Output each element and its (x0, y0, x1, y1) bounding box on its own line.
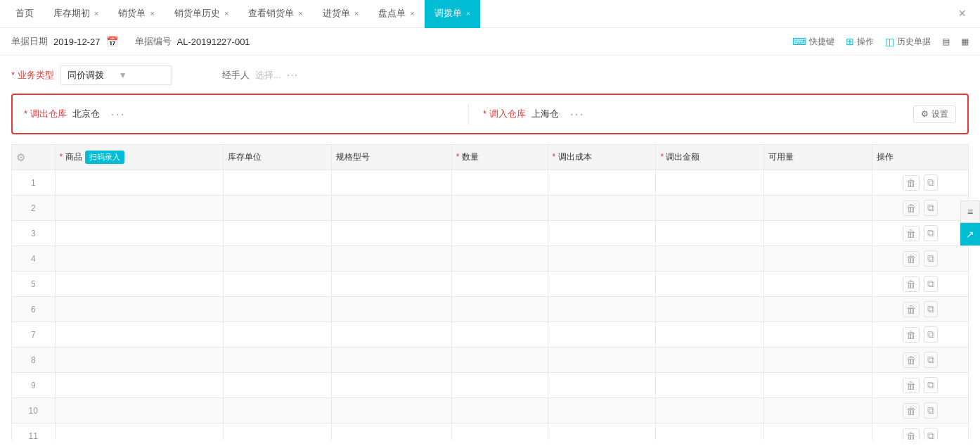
window-close-button[interactable]: × (950, 6, 974, 21)
row-product-1[interactable] (55, 170, 223, 196)
row-available-2[interactable] (764, 196, 872, 221)
history-action[interactable]: ◫ 历史单据 (885, 36, 931, 48)
row-available-8[interactable] (764, 348, 872, 373)
copy-icon-10[interactable]: ⧉ (924, 402, 938, 419)
tab-transfer[interactable]: 调拨单 × (425, 0, 480, 28)
row-product-9[interactable] (55, 373, 223, 398)
row-unit-8[interactable] (223, 348, 331, 373)
row-product-4[interactable] (55, 246, 223, 272)
row-qty-9[interactable] (451, 373, 548, 398)
row-qty-2[interactable] (451, 196, 548, 221)
delete-icon-6[interactable]: 🗑 (903, 302, 920, 317)
row-cost-3[interactable] (548, 221, 656, 246)
row-available-1[interactable] (764, 170, 872, 196)
handler-input[interactable]: 选择... (255, 69, 281, 82)
tab-view-sales-close[interactable]: × (298, 9, 302, 18)
row-qty-1[interactable] (451, 170, 548, 196)
row-amount-7[interactable] (656, 322, 764, 348)
copy-icon-1[interactable]: ⧉ (924, 174, 938, 191)
row-available-11[interactable] (764, 423, 872, 440)
delete-icon-2[interactable]: 🗑 (903, 200, 920, 216)
row-qty-10[interactable] (451, 398, 548, 423)
row-product-8[interactable] (55, 348, 223, 373)
row-product-11[interactable] (55, 423, 223, 440)
row-available-6[interactable] (764, 297, 872, 322)
row-available-3[interactable] (764, 221, 872, 246)
tab-purchase[interactable]: 进货单 × (313, 0, 368, 28)
delete-icon-3[interactable]: 🗑 (903, 226, 920, 241)
row-cost-2[interactable] (548, 196, 656, 221)
tab-homepage[interactable]: 首页 (6, 0, 44, 28)
row-product-5[interactable] (55, 272, 223, 297)
row-amount-1[interactable] (656, 170, 764, 196)
delete-icon-11[interactable]: 🗑 (903, 428, 920, 440)
float-list-button[interactable]: ≡ (960, 200, 980, 223)
tab-inventory-check-close[interactable]: × (410, 9, 414, 18)
row-amount-4[interactable] (656, 246, 764, 272)
delete-icon-10[interactable]: 🗑 (903, 403, 920, 419)
table-container[interactable]: ⚙ 商品扫码录入 库存单位 规格型号 数量 调出成本 调出金额 可用量 操作 1 (11, 144, 969, 440)
row-product-7[interactable] (55, 322, 223, 348)
tab-sales-history[interactable]: 销货单历史 × (165, 0, 238, 28)
warehouse-in-more-icon[interactable]: ··· (570, 107, 585, 122)
row-qty-4[interactable] (451, 246, 548, 272)
copy-icon-4[interactable]: ⧉ (924, 250, 938, 267)
tab-sales-order-close[interactable]: × (150, 9, 154, 18)
tab-view-sales[interactable]: 查看销货单 × (238, 0, 312, 28)
tab-sales-order[interactable]: 销货单 × (108, 0, 164, 28)
row-cost-5[interactable] (548, 272, 656, 297)
operations-action[interactable]: ⊞ 操作 (846, 36, 874, 48)
row-product-6[interactable] (55, 297, 223, 322)
row-spec-3[interactable] (331, 221, 451, 246)
delete-icon-5[interactable]: 🗑 (903, 276, 920, 292)
delete-icon-9[interactable]: 🗑 (903, 378, 920, 393)
calendar-icon[interactable]: 📅 (106, 36, 118, 47)
business-type-select[interactable]: 同价调拨 ▼ (60, 65, 172, 85)
row-qty-11[interactable] (451, 423, 548, 440)
copy-icon-8[interactable]: ⧉ (924, 352, 938, 368)
handler-more-icon[interactable]: ··· (287, 69, 298, 82)
row-cost-8[interactable] (548, 348, 656, 373)
row-available-7[interactable] (764, 322, 872, 348)
row-unit-1[interactable] (223, 170, 331, 196)
row-spec-5[interactable] (331, 272, 451, 297)
row-spec-8[interactable] (331, 348, 451, 373)
row-cost-11[interactable] (548, 423, 656, 440)
row-amount-2[interactable] (656, 196, 764, 221)
row-amount-8[interactable] (656, 348, 764, 373)
delete-icon-7[interactable]: 🗑 (903, 327, 920, 343)
delete-icon-8[interactable]: 🗑 (903, 352, 920, 368)
tab-transfer-close[interactable]: × (466, 9, 470, 18)
copy-icon-5[interactable]: ⧉ (924, 276, 938, 292)
row-qty-7[interactable] (451, 322, 548, 348)
row-cost-7[interactable] (548, 322, 656, 348)
copy-icon-9[interactable]: ⧉ (924, 377, 938, 393)
table-gear-icon[interactable]: ⚙ (16, 151, 25, 163)
row-spec-4[interactable] (331, 246, 451, 272)
row-available-5[interactable] (764, 272, 872, 297)
row-spec-11[interactable] (331, 423, 451, 440)
row-available-4[interactable] (764, 246, 872, 272)
delete-icon-4[interactable]: 🗑 (903, 251, 920, 267)
row-qty-8[interactable] (451, 348, 548, 373)
row-unit-10[interactable] (223, 398, 331, 423)
row-spec-7[interactable] (331, 322, 451, 348)
delete-icon-1[interactable]: 🗑 (903, 175, 920, 191)
row-spec-1[interactable] (331, 170, 451, 196)
row-amount-6[interactable] (656, 297, 764, 322)
row-unit-11[interactable] (223, 423, 331, 440)
copy-icon-11[interactable]: ⧉ (924, 428, 938, 440)
row-amount-5[interactable] (656, 272, 764, 297)
layout2-action[interactable]: ▦ (961, 37, 969, 46)
warehouse-out-more-icon[interactable]: ··· (111, 107, 126, 122)
row-cost-4[interactable] (548, 246, 656, 272)
scan-button[interactable]: 扫码录入 (85, 151, 124, 164)
row-available-10[interactable] (764, 398, 872, 423)
row-cost-6[interactable] (548, 297, 656, 322)
row-product-3[interactable] (55, 221, 223, 246)
row-cost-10[interactable] (548, 398, 656, 423)
row-available-9[interactable] (764, 373, 872, 398)
row-spec-2[interactable] (331, 196, 451, 221)
row-spec-10[interactable] (331, 398, 451, 423)
row-cost-9[interactable] (548, 373, 656, 398)
